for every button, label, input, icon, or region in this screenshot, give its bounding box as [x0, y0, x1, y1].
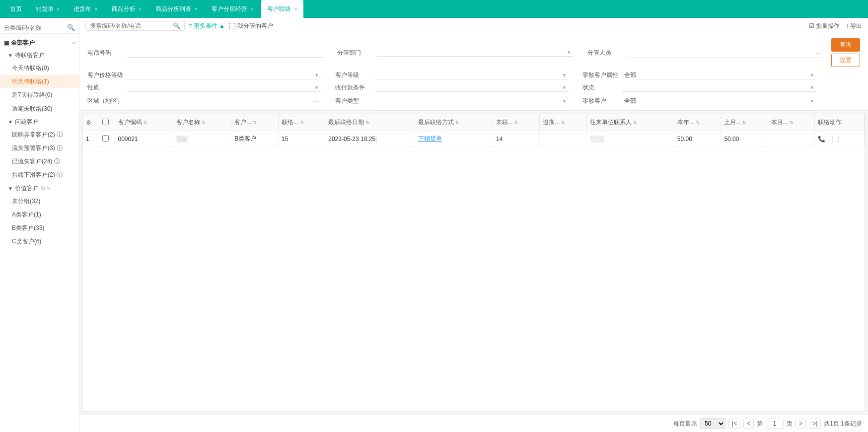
set-button[interactable]: 设置 — [831, 54, 860, 67]
page-number-input[interactable] — [766, 419, 784, 429]
nav-home[interactable]: 首页 — [4, 0, 28, 18]
manager-dots-icon: ··· — [815, 49, 821, 57]
action-phone-icon[interactable]: 📞 — [818, 136, 825, 143]
price-level-select[interactable]: ▼ — [127, 72, 321, 79]
top-nav: 首页 销货单 × 进货单 × 商品分析 × 商品分析列表 × 客户分层经营 × … — [0, 0, 868, 18]
table-row: 1 000021 Ea B类客户 — [83, 131, 865, 147]
close-purchase-order-icon[interactable]: × — [94, 6, 97, 12]
sidebar-item-class-b[interactable]: B类客户(33) — [0, 221, 79, 235]
settings-icon[interactable] — [86, 119, 91, 126]
row-checkbox-cell[interactable] — [99, 131, 115, 147]
collapse-icon[interactable]: « — [72, 40, 75, 46]
row-actions-cell: 📞 ⋮⋮ — [815, 131, 865, 147]
customer-type-select[interactable]: ▼ — [375, 97, 569, 105]
col-last-method[interactable]: 最后联络方式 ⇅ — [415, 114, 493, 131]
nav-customer-tier[interactable]: 客户分层经营 × — [206, 0, 259, 18]
phone-input[interactable] — [127, 48, 323, 58]
region-dots[interactable]: ··· — [127, 96, 321, 106]
nature-field: 性质 ▼ — [87, 83, 321, 92]
main-search-icon[interactable]: 🔍 — [173, 22, 180, 29]
sort-last-month-icon: ⇅ — [742, 120, 746, 125]
retail-customer-select[interactable]: ▼ — [636, 97, 816, 105]
manager-dots[interactable]: ··· — [627, 48, 823, 58]
col-uncontacted[interactable]: 未联... ⇅ — [493, 114, 540, 131]
nav-product-analysis-list[interactable]: 商品分析列表 × — [149, 0, 203, 18]
sidebar-all-customers[interactable]: ▦ 全部客户 « — [0, 37, 79, 49]
row-code-cell: 000021 — [115, 131, 173, 147]
close-product-analysis-icon[interactable]: × — [139, 6, 142, 12]
sidebar-group-pending[interactable]: ▼ 待联络客户 — [0, 49, 79, 62]
sidebar-item-churn-warning[interactable]: 流失预警客户(3) ⓘ — [0, 142, 79, 155]
sidebar-item-churned[interactable]: 已流失客户(24) ⓘ — [0, 155, 79, 168]
refresh-icon[interactable]: ↻ — [41, 185, 45, 192]
customer-grade-select[interactable]: ▼ — [375, 72, 569, 79]
dept-select[interactable]: ▼ — [377, 49, 573, 57]
sidebar-item-7days[interactable]: 近7天待联络(0) — [0, 88, 79, 102]
more-filters-button[interactable]: ≡ 更多条件 ▲ — [189, 22, 225, 30]
close-sales-order-icon[interactable]: × — [57, 6, 60, 12]
action-more-icon[interactable]: ⋮⋮ — [829, 136, 841, 143]
sidebar-group-value[interactable]: ▼ 价值客户 ↻ ✎ — [0, 182, 79, 195]
status-select[interactable]: ▼ — [622, 84, 816, 92]
col-settings[interactable] — [83, 114, 99, 131]
sidebar-search-icon[interactable]: 🔍 — [67, 24, 75, 31]
last-page-button[interactable]: >| — [809, 419, 821, 429]
sidebar-search-input[interactable] — [4, 24, 67, 31]
main-search-box: 🔍 — [85, 21, 185, 31]
nature-select[interactable]: ▼ — [127, 84, 321, 92]
close-customer-contact-icon[interactable]: × — [294, 6, 297, 12]
sidebar-group-problem[interactable]: ▼ 问题客户 — [0, 116, 79, 128]
main-search-input[interactable] — [90, 22, 173, 29]
row-last-month-cell: 50.00 — [721, 131, 768, 147]
last-contact-method-link[interactable]: 下销货单 — [418, 135, 442, 142]
edit-icon[interactable]: ✎ — [46, 185, 51, 192]
row-this-year-cell: 50.00 — [674, 131, 721, 147]
close-product-analysis-list-icon[interactable]: × — [194, 6, 197, 12]
nav-purchase-order[interactable]: 进货单 × — [68, 0, 103, 18]
select-all-checkbox[interactable] — [102, 119, 109, 125]
col-last-date[interactable]: 最后联络日期 ⇅ — [325, 114, 415, 131]
col-type[interactable]: 客户... ⇅ — [231, 114, 279, 131]
row-uncontacted-cell: 14 — [493, 131, 540, 147]
per-page-select[interactable]: 50 100 200 — [700, 418, 725, 429]
batch-ops-button[interactable]: ☑ 批量操作 — [809, 22, 840, 30]
col-contact-person[interactable]: 往来单位联系人 ⇅ — [586, 114, 674, 131]
retail-customer-arrow: ▼ — [809, 98, 814, 104]
col-contact-count[interactable]: 联络... ⇅ — [278, 114, 325, 131]
sidebar-item-declining[interactable]: 持续下滑客户(2) ⓘ — [0, 168, 79, 182]
col-code[interactable]: 客户编码 ⇅ — [115, 114, 173, 131]
col-checkbox[interactable] — [99, 114, 115, 131]
contact-person-blurred — [590, 136, 604, 143]
payment-select[interactable]: ▼ — [375, 84, 569, 92]
sidebar-item-ungrouped[interactable]: 未分组(32) — [0, 195, 79, 208]
sidebar-item-class-c[interactable]: C类客户(6) — [0, 235, 79, 248]
col-this-year[interactable]: 本年... ⇅ — [674, 114, 721, 131]
row-settings-cell: 1 — [83, 131, 99, 147]
sidebar-item-tomorrow[interactable]: 明天待联络(1) — [0, 75, 79, 88]
col-this-month[interactable]: 本月... ⇅ — [768, 114, 815, 131]
close-customer-tier-icon[interactable]: × — [250, 6, 253, 12]
nav-product-analysis[interactable]: 商品分析 × — [106, 0, 147, 18]
col-overdue[interactable]: 逾期... ⇅ — [540, 114, 587, 131]
status-arrow: ▼ — [809, 85, 814, 90]
prev-page-button[interactable]: < — [743, 419, 754, 429]
sidebar-item-class-a[interactable]: A类客户(1) — [0, 208, 79, 221]
col-name[interactable]: 客户名称 ⇅ — [173, 114, 231, 131]
customer-table: 客户编码 ⇅ 客户名称 ⇅ 客户... — [83, 114, 865, 147]
my-customers-checkbox[interactable] — [229, 23, 235, 29]
retail-attr-select[interactable]: ▼ — [636, 72, 816, 79]
sidebar-item-today[interactable]: 今天待联络(0) — [0, 62, 79, 75]
first-page-button[interactable]: |< — [728, 419, 740, 429]
sidebar-item-repurchase-anomaly[interactable]: 回购异常客户(2) ⓘ — [0, 128, 79, 142]
sidebar-item-overdue[interactable]: 逾期未联络(30) — [0, 102, 79, 116]
my-customers-checkbox-label[interactable]: 我分管的客户 — [229, 22, 273, 30]
next-page-button[interactable]: > — [796, 419, 806, 429]
row-overdue-cell — [540, 131, 587, 147]
nav-customer-contact[interactable]: 客户联络 × — [261, 0, 303, 18]
nav-sales-order[interactable]: 销货单 × — [30, 0, 66, 18]
export-button[interactable]: ↑ 导出 — [846, 22, 862, 30]
data-table-container: 客户编码 ⇅ 客户名称 ⇅ 客户... — [82, 114, 865, 412]
row-checkbox[interactable] — [102, 135, 109, 142]
col-last-month[interactable]: 上月... ⇅ — [721, 114, 768, 131]
query-button[interactable]: 查询 — [831, 38, 860, 52]
